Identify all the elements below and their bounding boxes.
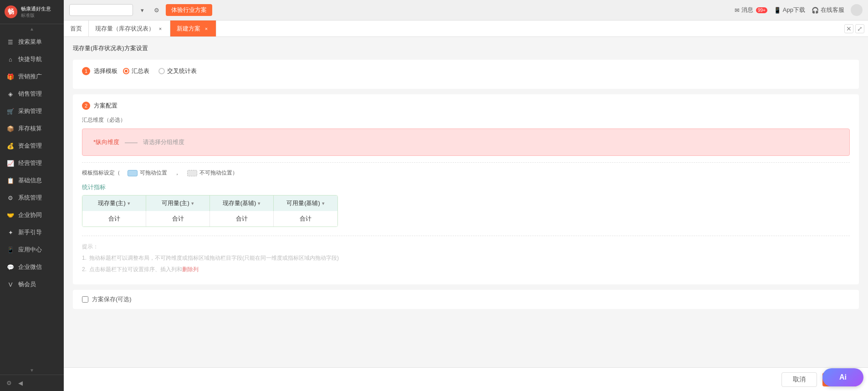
sidebar-item-wechat[interactable]: 💬 企业微信 (0, 258, 64, 276)
delete-col-link[interactable]: 删除列 (182, 266, 199, 273)
radio-summary-circle (123, 68, 129, 74)
stats-col-1[interactable]: 可用量(主) ▾ (146, 196, 210, 211)
tip-2: 2.点击标题栏下拉可设置排序、插入列和删除列 (82, 265, 850, 274)
topbar-message[interactable]: ✉ 消息 99+ (735, 6, 767, 14)
stats-col-2[interactable]: 现存量(基辅) ▾ (210, 196, 274, 211)
sidebar-item-new-guide[interactable]: ✦ 新手引导 (0, 224, 64, 241)
stats-section-title: 统计指标 (82, 183, 850, 191)
sidebar-item-marketing[interactable]: 🎁 营销推广 (0, 68, 64, 85)
step2-section: 2 方案配置 汇总维度（必选） *纵向维度 —— 请选择分组维度 模板指标设定（… (73, 94, 859, 284)
stats-table-header: 现存量(主) ▾ 可用量(主) ▾ 现存量(基辅) ▾ 可用量(基辅) ▾ (82, 196, 337, 211)
stats-table: 现存量(主) ▾ 可用量(主) ▾ 现存量(基辅) ▾ 可用量(基辅) ▾ (82, 195, 338, 227)
tab-new-scheme[interactable]: 新建方案 × (170, 21, 216, 36)
topbar-search-input[interactable] (69, 4, 133, 16)
tab-home[interactable]: 首页 (64, 21, 89, 36)
sidebar-item-enterprise[interactable]: 🤝 企业协同 (0, 206, 64, 224)
topbar-app-download[interactable]: 📱 App下载 (774, 6, 805, 14)
step2-header: 2 方案配置 (82, 102, 850, 110)
sidebar-item-system[interactable]: ⚙ 系统管理 (0, 189, 64, 206)
sidebar-item-sales[interactable]: ◈ 销售管理 (0, 85, 64, 103)
inventory-icon: 📦 (6, 124, 15, 133)
topbar-gear-icon[interactable]: ⚙ (151, 5, 162, 15)
tabbar-expand-btn[interactable]: ⤢ (855, 24, 864, 33)
tab-new-scheme-close[interactable]: × (203, 26, 209, 32)
divider2 (82, 236, 850, 236)
stats-col-0-chevron[interactable]: ▾ (128, 201, 130, 206)
stats-col-1-chevron[interactable]: ▾ (191, 201, 194, 206)
user-avatar[interactable] (851, 4, 863, 16)
template-indicator-label: 模板指标设定（ (82, 169, 120, 177)
stats-col-3-chevron[interactable]: ▾ (322, 201, 325, 206)
stats-col-0[interactable]: 现存量(主) ▾ (82, 196, 146, 211)
tabbar-collapse-btns: ✕ ⤢ (844, 24, 864, 33)
topbar-dropdown-icon[interactable]: ▾ (137, 5, 148, 15)
indicator-draggable: 可拖动位置 (128, 169, 167, 177)
sidebar-collapse-icon[interactable]: ◀ (18, 380, 23, 386)
sidebar-scroll-up[interactable]: ▲ (0, 24, 64, 33)
stats-cell-1: 合计 (146, 211, 210, 226)
topbar-online-service[interactable]: 🎧 在线客服 (812, 6, 844, 14)
tab-inventory-close[interactable]: × (157, 26, 163, 32)
sidebar-item-basic-info[interactable]: 📋 基础信息 (0, 172, 64, 189)
tip-1: 1.拖动标题栏可以调整布局，不可跨维度或指标区域拖动栏目字段(只能在同一维度或指… (82, 254, 850, 262)
sidebar-item-inventory[interactable]: 📦 库存核算 (0, 120, 64, 137)
finance-icon: 💰 (6, 142, 15, 150)
dimension-arrow: —— (125, 139, 138, 146)
tabbar: 首页 现存量（库存状况表） × 新建方案 × ✕ ⤢ (64, 21, 868, 37)
step2-badge: 2 (82, 102, 90, 110)
save-scheme-label: 方案保存(可选) (92, 295, 132, 304)
experience-btn[interactable]: 体验行业方案 (166, 4, 212, 16)
sidebar-item-purchase[interactable]: 🛒 采购管理 (0, 103, 64, 120)
sidebar-item-search[interactable]: ☰ 搜索菜单 (0, 33, 64, 51)
sidebar: 畅 畅康通好生意 标准版 ▲ ☰ 搜索菜单 ⌂ 快捷导航 🎁 营销推广 ◈ 销售… (0, 0, 64, 391)
not-draggable-box (187, 170, 197, 176)
wechat-icon: 💬 (6, 263, 15, 271)
sidebar-logo: 畅 畅康通好生意 标准版 (0, 0, 64, 24)
stats-cell-2: 合计 (210, 211, 274, 226)
sidebar-item-finance[interactable]: 💰 资金管理 (0, 137, 64, 154)
page-title: 现存量(库存状况表)方案设置 (73, 44, 859, 52)
sidebar-item-app-center[interactable]: 📱 应用中心 (0, 241, 64, 258)
radio-summary[interactable]: 汇总表 (123, 67, 149, 75)
tab-inventory[interactable]: 现存量（库存状况表） × (89, 21, 170, 36)
app-center-icon: 📱 (6, 246, 15, 254)
step1-badge: 1 (82, 67, 90, 75)
logo-text: 畅康通好生意 标准版 (21, 5, 51, 18)
ai-float-button[interactable]: Ai (822, 368, 863, 386)
save-section: 方案保存(可选) (73, 290, 859, 309)
step1-section: 1 选择模板 汇总表 交叉统计表 (73, 60, 859, 89)
stats-table-body: 合计 合计 合计 合计 (82, 211, 337, 226)
footer: 取消 查询 (64, 367, 868, 391)
basic-info-icon: 📋 (6, 176, 15, 185)
system-icon: ⚙ (6, 194, 15, 202)
marketing-icon: 🎁 (6, 72, 15, 81)
save-scheme-checkbox[interactable] (82, 296, 88, 303)
operations-icon: 📈 (6, 159, 15, 167)
dimension-placeholder: 请选择分组维度 (143, 138, 184, 146)
stats-col-2-chevron[interactable]: ▾ (258, 201, 260, 206)
logo-icon: 畅 (5, 5, 17, 18)
content-area: 现存量(库存状况表)方案设置 1 选择模板 汇总表 交叉统计表 (64, 37, 868, 367)
message-badge: 99+ (756, 7, 767, 13)
tabbar-close-btn[interactable]: ✕ (844, 24, 853, 33)
dimension-required: *纵向维度 (93, 138, 119, 146)
topbar-right: ✉ 消息 99+ 📱 App下载 🎧 在线客服 (735, 4, 863, 16)
tips-section: 提示： 1.拖动标题栏可以调整布局，不可跨维度或指标区域拖动栏目字段(只能在同一… (82, 242, 850, 274)
radio-cross[interactable]: 交叉统计表 (158, 67, 197, 75)
online-service-icon: 🎧 (812, 7, 819, 14)
topbar: ▾ ⚙ 体验行业方案 ✉ 消息 99+ 📱 App下载 🎧 在线客服 (64, 0, 868, 21)
stats-cell-0: 合计 (82, 211, 146, 226)
sales-icon: ◈ (6, 90, 15, 98)
sidebar-item-operations[interactable]: 📈 经营管理 (0, 154, 64, 172)
sidebar-item-member[interactable]: V 畅会员 (0, 276, 64, 293)
stats-col-3[interactable]: 可用量(基辅) ▾ (274, 196, 337, 211)
quick-nav-icon: ⌂ (6, 55, 15, 63)
dimension-box[interactable]: *纵向维度 —— 请选择分组维度 (82, 129, 850, 156)
search-menu-icon: ☰ (6, 38, 15, 46)
sidebar-settings-icon[interactable]: ⚙ (6, 380, 12, 386)
tip-label: 提示： (82, 242, 850, 251)
cancel-button[interactable]: 取消 (781, 372, 817, 387)
sidebar-scroll-down[interactable]: ▼ (0, 365, 64, 375)
sidebar-item-quick-nav[interactable]: ⌂ 快捷导航 (0, 51, 64, 68)
enterprise-icon: 🤝 (6, 211, 15, 219)
